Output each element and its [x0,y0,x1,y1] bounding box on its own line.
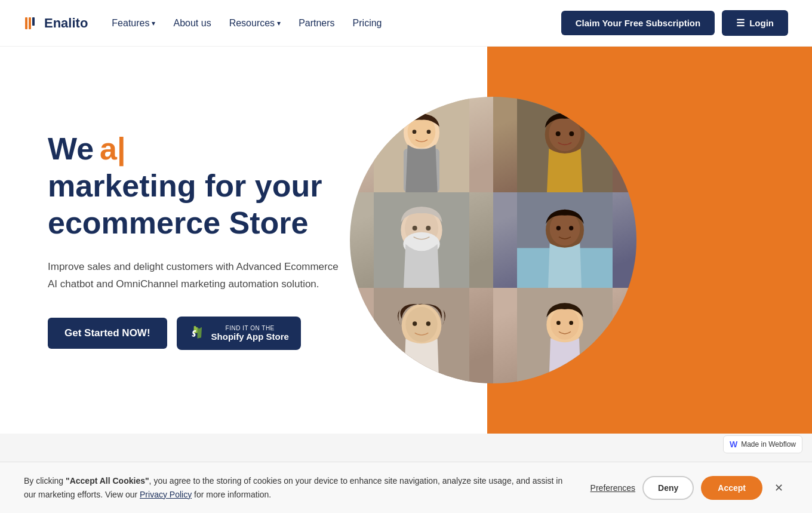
nav-pricing[interactable]: Pricing [353,18,382,29]
svg-point-11 [549,116,580,152]
hamburger-icon: ☰ [736,17,745,29]
nav-features[interactable]: Features ▾ [112,18,155,29]
svg-point-30 [426,321,430,325]
shopify-icon [189,325,205,342]
navbar-left: Enalito Features ▾ About us Resources ▾ … [24,15,382,32]
nav-resources[interactable]: Resources ▾ [229,18,281,29]
claim-subscription-button[interactable]: Claim Your Free Subscription [561,11,715,35]
nav-partners[interactable]: Partners [299,18,334,29]
deny-button[interactable]: Deny [642,476,694,500]
resources-chevron-icon: ▾ [277,19,281,27]
logo[interactable]: Enalito [24,15,88,32]
svg-rect-2 [32,17,35,26]
svg-point-28 [405,307,437,342]
login-button[interactable]: ☰ Login [722,10,788,36]
webflow-badge: W Made in Webflow [723,435,802,453]
svg-point-33 [550,308,579,339]
svg-point-8 [427,130,431,134]
logo-text: Enalito [44,16,88,31]
svg-point-25 [569,226,573,230]
shopify-app-store-button[interactable]: FIND IT ON THE Shopify App Store [177,317,301,350]
nav-links: Features ▾ About us Resources ▾ Partners… [112,18,382,29]
hero-highlight: a| [100,130,125,167]
accept-button[interactable]: Accept [701,476,762,500]
svg-point-12 [556,131,561,136]
svg-point-24 [556,226,561,230]
logo-icon [24,15,41,32]
photo-3 [350,192,493,288]
features-chevron-icon: ▾ [152,19,155,27]
hero-description: Improve sales and delight customers with… [48,259,346,293]
photo-6 [493,288,636,383]
privacy-policy-link[interactable]: Privacy Policy [140,490,192,499]
svg-point-35 [569,321,573,325]
svg-point-34 [556,321,561,325]
photo-2 [493,97,636,192]
navbar-right: Claim Your Free Subscription ☰ Login [561,10,788,36]
photo-collage [350,97,636,383]
webflow-icon: W [730,440,737,449]
svg-point-19 [426,226,430,231]
preferences-button[interactable]: Preferences [590,483,635,493]
svg-point-7 [413,130,417,134]
svg-rect-1 [29,17,31,29]
navbar: Enalito Features ▾ About us Resources ▾ … [0,0,812,47]
svg-rect-0 [25,17,27,29]
hero-section: We a| marketing for your ecommerce Store… [0,47,812,434]
svg-point-18 [413,226,417,231]
svg-point-13 [569,131,574,136]
cookie-banner: By clicking "Accept All Cookies", you ag… [0,462,812,513]
hero-right [487,47,812,434]
nav-about[interactable]: About us [173,18,211,29]
cookie-text: By clicking "Accept All Cookies", you ag… [24,474,567,501]
shopify-btn-text: FIND IT ON THE Shopify App Store [211,325,289,342]
photo-4 [493,192,636,288]
cookie-actions: Preferences Deny Accept ✕ [590,476,788,500]
cookie-close-button[interactable]: ✕ [770,479,788,497]
get-started-button[interactable]: Get Started NOW! [48,318,167,349]
svg-point-23 [550,212,580,245]
svg-point-29 [413,321,417,325]
